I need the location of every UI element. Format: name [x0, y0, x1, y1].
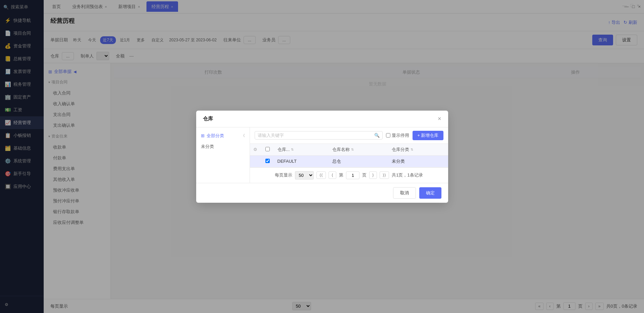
row-settings	[250, 155, 262, 167]
table-row[interactable]: DEFAULT 总仓 未分类	[250, 155, 448, 167]
col-checkbox-header	[262, 144, 274, 156]
col-code-label: 仓库...	[277, 147, 290, 153]
modal-per-page-select[interactable]: 50 10 20 100	[295, 171, 314, 180]
modal-table-wrap: ⚙ 仓库... ⇅	[250, 144, 448, 167]
modal-category-item-unclassified[interactable]: 未分类	[196, 141, 250, 152]
minimize-button[interactable]: —	[622, 3, 627, 8]
row-checkbox	[262, 155, 274, 167]
modal-total-text: 共1页，1条记录	[392, 172, 423, 178]
select-all-checkbox[interactable]	[265, 147, 270, 151]
close-window-button[interactable]: ×	[637, 3, 639, 8]
modal-page-label: 第	[339, 172, 343, 178]
modal-search-box[interactable]: 🔍	[255, 131, 383, 140]
modal-per-page-label: 每页显示	[275, 172, 292, 178]
modal-collapse-icon[interactable]: 《	[241, 133, 245, 138]
row-name: 总仓	[329, 155, 388, 167]
modal-category-list: 未分类	[196, 141, 250, 180]
row-code: DEFAULT	[274, 155, 329, 167]
show-disabled-label[interactable]: 显示停用	[386, 132, 409, 139]
cancel-button[interactable]: 取消	[393, 187, 416, 199]
col-warehouse-name: 仓库名称 ⇅	[329, 144, 388, 156]
warehouse-modal: 仓库 × ⊞ 全部分类 《 未分类	[196, 111, 448, 203]
col-warehouse-category: 仓库分类 ⇅	[388, 144, 448, 156]
col-settings-icon: ⚙	[250, 144, 262, 156]
modal-toolbar: 🔍 显示停用 + 新增仓库	[250, 127, 448, 144]
search-icon: 🔍	[374, 133, 380, 138]
show-disabled-checkbox[interactable]	[386, 133, 390, 138]
modal-close-button[interactable]: ×	[438, 115, 441, 122]
modal-left-header[interactable]: ⊞ 全部分类 《	[196, 131, 250, 141]
modal-footer: 取消 确定	[196, 183, 448, 203]
modal-body: ⊞ 全部分类 《 未分类 🔍	[196, 127, 448, 183]
row-category: 未分类	[388, 155, 448, 167]
modal-page-input[interactable]	[346, 171, 359, 179]
modal-next-page[interactable]: ⟩	[369, 171, 377, 179]
modal-pagination: 每页显示 50 10 20 100 ⟨⟨ ⟨ 第 页 ⟩ ⟩⟩ 共1页，1条记录	[250, 167, 448, 183]
sort-category-icon[interactable]: ⇅	[411, 148, 413, 151]
add-warehouse-button[interactable]: + 新增仓库	[413, 131, 443, 140]
all-category-icon: ⊞	[201, 133, 205, 138]
modal-overlay: 仓库 × ⊞ 全部分类 《 未分类	[0, 0, 644, 313]
show-disabled-text: 显示停用	[392, 132, 409, 139]
modal-search-input[interactable]	[258, 133, 373, 138]
col-name-label: 仓库名称	[332, 147, 350, 153]
col-warehouse-code: 仓库... ⇅	[274, 144, 329, 156]
sort-code-icon[interactable]: ⇅	[291, 148, 294, 151]
maximize-button[interactable]: □	[630, 3, 633, 8]
settings-icon[interactable]: ⚙	[253, 147, 257, 152]
sort-name-icon[interactable]: ⇅	[351, 148, 354, 151]
modal-title: 仓库	[203, 116, 213, 122]
modal-warehouse-table: ⚙ 仓库... ⇅	[250, 144, 448, 167]
modal-last-page[interactable]: ⟩⟩	[380, 171, 389, 179]
row-select-checkbox[interactable]	[265, 159, 270, 163]
confirm-button[interactable]: 确定	[419, 187, 441, 199]
modal-header: 仓库 ×	[196, 111, 448, 127]
modal-all-category-label: 全部分类	[207, 133, 224, 139]
modal-left-panel: ⊞ 全部分类 《 未分类	[196, 127, 250, 183]
col-category-label: 仓库分类	[392, 147, 409, 153]
modal-first-page[interactable]: ⟨⟨	[316, 171, 326, 179]
modal-prev-page[interactable]: ⟨	[329, 171, 336, 179]
modal-right-panel: 🔍 显示停用 + 新增仓库 ⚙	[250, 127, 448, 183]
modal-page-suffix: 页	[362, 172, 367, 178]
